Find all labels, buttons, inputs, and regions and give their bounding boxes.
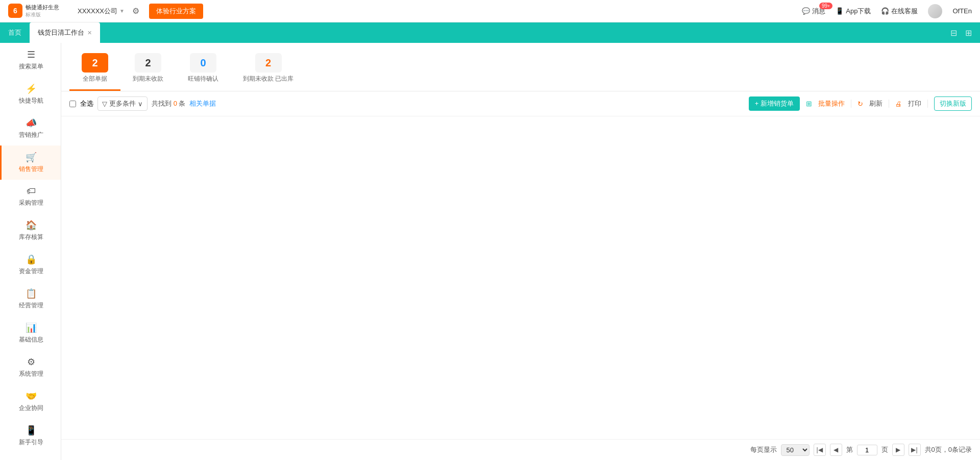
stat-count-pending: 0 xyxy=(200,57,206,69)
print-button[interactable]: 打印 xyxy=(908,99,921,108)
divider-3 xyxy=(927,100,928,108)
company-selector[interactable]: XXXXXX公司 ▼ xyxy=(78,7,125,16)
trial-button[interactable]: 体验行业方案 xyxy=(149,4,203,19)
guide-icon: 📱 xyxy=(26,425,37,436)
filter-icon: ▽ xyxy=(102,100,107,108)
online-service-label: 在线客服 xyxy=(891,7,918,16)
stat-count-box-pending: 0 xyxy=(190,53,216,72)
next-page-button[interactable]: ▶ xyxy=(892,444,904,456)
refresh-icon: ↻ xyxy=(857,100,863,108)
stat-tab-pending[interactable]: 0 旺铺待确认 xyxy=(176,49,231,91)
found-text: 共找到 0 条 xyxy=(152,99,185,108)
tab-work-close-icon[interactable]: ✕ xyxy=(87,30,92,36)
base-info-icon: 📊 xyxy=(26,322,37,333)
select-all-label: 全选 xyxy=(80,99,93,108)
more-filter-button[interactable]: ▽ 更多条件 ∨ xyxy=(97,96,148,111)
inventory-icon: 🏠 xyxy=(26,220,37,231)
tab-right-actions: ⊟ ⊞ xyxy=(946,28,980,38)
stat-label-pending: 旺铺待确认 xyxy=(188,75,218,83)
stat-count-box-all: 2 xyxy=(82,53,108,72)
sidebar-item-app-center[interactable]: 🛍 应用中心 xyxy=(0,453,61,460)
sidebar-item-search-menu[interactable]: ☰ 搜索菜单 xyxy=(0,43,61,77)
tab-minimize-button[interactable]: ⊟ xyxy=(946,28,961,38)
toolbar-right: + 新增销货单 ⊞ 批量操作 ↻ 刷新 🖨 打印 切换新版 xyxy=(749,96,972,111)
found-count: 0 xyxy=(174,100,177,107)
sidebar-item-purchase[interactable]: 🏷 采购管理 xyxy=(0,180,61,213)
tab-work[interactable]: 钱货日清工作台 ✕ xyxy=(30,22,100,43)
sidebar-item-marketing[interactable]: 📣 营销推广 xyxy=(0,111,61,146)
search-menu-icon: ☰ xyxy=(27,49,35,60)
stat-tab-overdue[interactable]: 2 到期未收款 xyxy=(120,49,176,91)
stat-count-delivered: 2 xyxy=(265,57,271,69)
sidebar-item-cooperation[interactable]: 🤝 企业协同 xyxy=(0,384,61,419)
sidebar-item-inventory[interactable]: 🏠 库存核算 xyxy=(0,213,61,248)
current-page-input[interactable] xyxy=(857,445,877,455)
per-page-label: 每页显示 xyxy=(750,445,777,454)
per-page-select[interactable]: 50 100 200 xyxy=(781,444,810,456)
sidebar-item-label: 采购管理 xyxy=(19,199,43,207)
online-service-button[interactable]: 🎧 在线客服 xyxy=(881,7,918,16)
app-logo-icon: 6 xyxy=(8,4,22,18)
stat-tab-delivered[interactable]: 2 到期未收款 已出库 xyxy=(231,49,306,91)
sidebar-item-label: 销售管理 xyxy=(19,165,43,174)
sidebar-item-label: 搜索菜单 xyxy=(19,62,43,71)
top-right-area: 💬 消息 99+ 📱 App下载 🎧 在线客服 OfTEn xyxy=(802,4,972,18)
table-area xyxy=(61,116,980,439)
batch-ops-icon: ⊞ xyxy=(806,100,812,108)
message-button[interactable]: 💬 消息 99+ xyxy=(802,7,825,16)
stat-count-overdue: 2 xyxy=(145,57,151,69)
sidebar: ☰ 搜索菜单 ⚡ 快捷导航 📣 营销推广 🛒 销售管理 🏷 采购管理 🏠 库存核… xyxy=(0,43,61,460)
company-name: XXXXXX公司 xyxy=(78,7,117,16)
tab-home[interactable]: 首页 xyxy=(0,22,30,43)
page-prefix: 第 xyxy=(846,445,853,454)
sidebar-item-label: 经营管理 xyxy=(19,301,43,310)
sidebar-item-quick-nav[interactable]: ⚡ 快捷导航 xyxy=(0,77,61,111)
toolbar-left: 全选 ▽ 更多条件 ∨ 共找到 0 条 相关单据 xyxy=(69,96,745,111)
sidebar-item-label: 基础信息 xyxy=(19,335,43,344)
sidebar-item-operation[interactable]: 📋 经营管理 xyxy=(0,282,61,316)
print-icon: 🖨 xyxy=(895,100,902,108)
refresh-button[interactable]: 刷新 xyxy=(869,99,883,108)
finance-icon: 🔒 xyxy=(26,254,37,265)
avatar[interactable] xyxy=(928,4,942,18)
cooperation-icon: 🤝 xyxy=(26,391,37,402)
add-sales-order-button[interactable]: + 新增销货单 xyxy=(749,96,800,111)
sidebar-item-label: 快捷导航 xyxy=(19,96,43,105)
sidebar-item-guide[interactable]: 📱 新手引导 xyxy=(0,419,61,453)
batch-ops-button[interactable]: 批量操作 xyxy=(818,99,845,108)
last-page-button[interactable]: ▶| xyxy=(909,444,921,456)
stat-label-delivered: 到期未收款 已出库 xyxy=(243,75,293,83)
company-dropdown-arrow: ▼ xyxy=(119,8,125,14)
sidebar-item-label: 企业协同 xyxy=(19,404,43,413)
message-icon: 💬 xyxy=(802,7,810,15)
quick-nav-icon: ⚡ xyxy=(26,83,37,94)
sidebar-item-finance[interactable]: 🔒 资金管理 xyxy=(0,248,61,282)
pagination-bar: 每页显示 50 100 200 |◀ ◀ 第 页 ▶ ▶| 共0页，0条记录 xyxy=(61,439,980,460)
filter-dropdown-icon: ∨ xyxy=(138,100,143,108)
operation-icon: 📋 xyxy=(26,288,37,299)
top-bar: 6 畅捷通好生意 标准版 XXXXXX公司 ▼ ⚙ 体验行业方案 💬 消息 99… xyxy=(0,0,980,22)
sidebar-item-label: 系统管理 xyxy=(19,370,43,378)
stat-tab-all[interactable]: 2 全部单据 xyxy=(69,49,120,91)
tab-nav: 首页 钱货日清工作台 ✕ ⊟ ⊞ xyxy=(0,22,980,43)
stat-label-all: 全部单据 xyxy=(83,75,107,83)
divider-2 xyxy=(889,100,889,108)
sidebar-item-base-info[interactable]: 📊 基础信息 xyxy=(0,316,61,350)
sidebar-item-sales[interactable]: 🛒 销售管理 xyxy=(0,146,61,180)
switch-new-version-button[interactable]: 切换新版 xyxy=(934,96,972,111)
settings-icon[interactable]: ⚙ xyxy=(129,4,143,18)
first-page-button[interactable]: |◀ xyxy=(814,444,826,456)
avatar-image xyxy=(928,4,942,18)
sales-icon: 🛒 xyxy=(26,152,37,163)
app-download-button[interactable]: 📱 App下载 xyxy=(836,7,871,16)
app-edition: 标准版 xyxy=(26,11,59,18)
service-icon: 🎧 xyxy=(881,7,889,15)
total-records-label: 共0页，0条记录 xyxy=(925,445,972,454)
tab-home-label: 首页 xyxy=(8,28,21,37)
sidebar-item-system[interactable]: ⚙ 系统管理 xyxy=(0,350,61,384)
tab-maximize-button[interactable]: ⊞ xyxy=(961,28,976,38)
related-docs-link[interactable]: 相关单据 xyxy=(189,99,216,108)
select-all-checkbox[interactable] xyxy=(69,101,76,107)
system-icon: ⚙ xyxy=(27,356,35,368)
prev-page-button[interactable]: ◀ xyxy=(830,444,842,456)
